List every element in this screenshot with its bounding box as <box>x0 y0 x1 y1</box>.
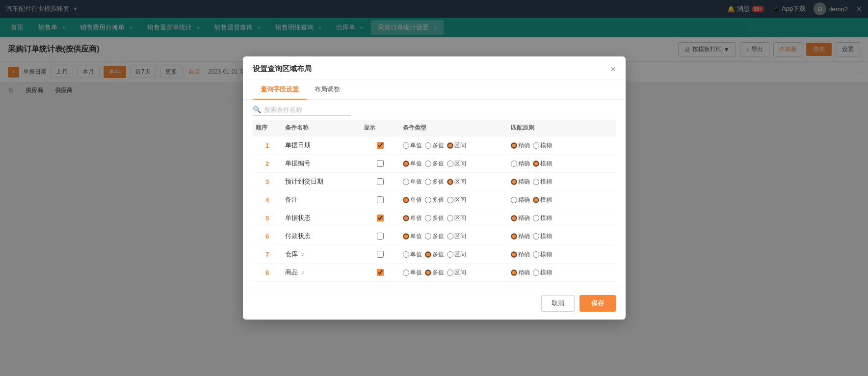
modal-overlay: 设置查询区域布局 × 查询字段设置 布局调整 🔍 顺序 条件名称 显示 条件类型… <box>0 0 868 99</box>
tab-query-fields[interactable]: 查询字段设置 <box>253 80 307 99</box>
dialog-header: 设置查询区域布局 × <box>243 56 626 80</box>
settings-dialog: 设置查询区域布局 × 查询字段设置 布局调整 🔍 顺序 条件名称 显示 条件类型… <box>243 56 626 99</box>
dialog-close-button[interactable]: × <box>610 65 616 74</box>
dialog-title: 设置查询区域布局 <box>253 64 312 74</box>
tab-layout[interactable]: 布局调整 <box>307 80 348 99</box>
dialog-tabs: 查询字段设置 布局调整 <box>243 80 626 99</box>
